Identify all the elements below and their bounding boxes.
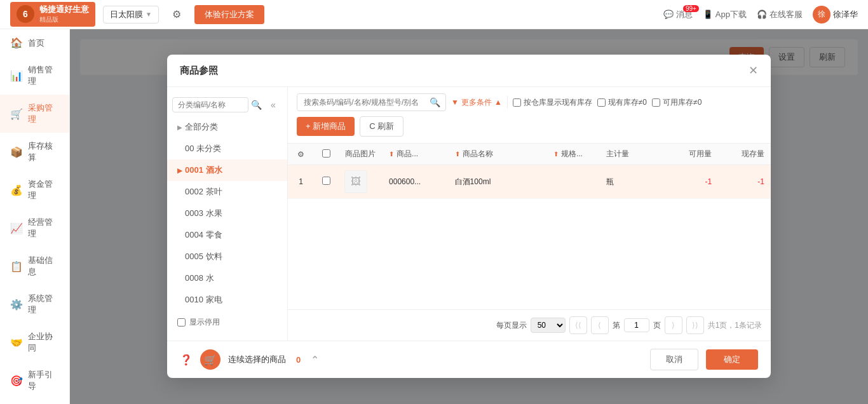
category-search-button[interactable]: 🔍 [251, 100, 262, 110]
col-header-settings[interactable]: ⚙ [288, 144, 314, 165]
show-disabled-label[interactable]: 显示停用 [177, 317, 277, 328]
store-selector[interactable]: 日太阳膜 ▼ [103, 6, 159, 24]
continuous-count: 0 [296, 355, 301, 365]
product-search-bar: 🔍 [297, 93, 446, 111]
topbar-right: 💬 消息 99+ 📱 App下载 🎧 在线客服 徐 徐泽华 [663, 6, 858, 24]
store-name: 日太阳膜 [110, 9, 143, 20]
sidebar-item-inventory[interactable]: 📦 库存核算 [0, 133, 69, 171]
per-page-select[interactable]: 10 20 50 100 [531, 318, 566, 333]
more-filters-button[interactable]: ▼ 更多条件 ▲ [451, 97, 502, 108]
sidebar-item-enterprise[interactable]: 🤝 企业协同 [0, 323, 69, 361]
last-page-button[interactable]: ⟩⟩ [686, 316, 704, 334]
category-item-uncategorized[interactable]: 00 未分类 [167, 138, 287, 159]
sidebar-item-operation[interactable]: 📈 经营管理 [0, 209, 69, 247]
user-button[interactable]: 徐 徐泽华 [813, 6, 858, 24]
product-stock: -1 [718, 165, 771, 199]
page-label: 第 [613, 320, 620, 331]
col-header-code[interactable]: ⬆ 商品... [383, 144, 449, 165]
continuous-label: 连续选择的商品 [228, 354, 286, 365]
category-label-beverages: 0005 饮料 [177, 251, 222, 262]
filter-icon: ▼ [451, 98, 459, 107]
cancel-button[interactable]: 取消 [650, 349, 698, 370]
row-checkbox[interactable] [322, 177, 330, 185]
show-disabled-checkbox[interactable] [177, 318, 186, 327]
current-stock-checkbox[interactable] [597, 98, 606, 107]
collapse-panel-button[interactable]: « [267, 98, 280, 111]
category-item-appliances[interactable]: 0010 家电 [167, 289, 287, 311]
category-footer: 显示停用 [167, 311, 287, 334]
sidebar-item-sales[interactable]: 📊 销售管理 [0, 57, 69, 95]
first-page-button[interactable]: ⟨⟨ [569, 316, 587, 334]
product-search-button[interactable]: 🔍 [424, 94, 445, 111]
category-item-water[interactable]: 0008 水 [167, 267, 287, 289]
category-item-beverages[interactable]: 0005 饮料 [167, 246, 287, 267]
sort-icon-code: ⬆ [389, 151, 394, 158]
refresh-button[interactable]: C 刷新 [360, 116, 403, 137]
headset-icon: 🎧 [757, 10, 767, 19]
row-num: 1 [288, 165, 314, 199]
category-item-snacks[interactable]: 0004 零食 [167, 224, 287, 246]
sidebar-label-basic: 基础信息 [28, 255, 59, 278]
collapse-footer-button[interactable]: ⌃ [311, 354, 319, 366]
category-label-liquor: 0001 酒水 [185, 165, 222, 176]
sidebar-item-guide[interactable]: 🎯 新手引导 [0, 361, 69, 400]
sidebar-label-purchase: 采购管理 [28, 102, 59, 125]
col-header-spec[interactable]: ⬆ 规格... [547, 144, 600, 165]
category-item-fruit[interactable]: 0003 水果 [167, 203, 287, 224]
available-stock-filter[interactable]: 可用库存≠0 [652, 97, 702, 108]
category-item-liquor[interactable]: ▶ 0001 酒水 [167, 159, 287, 181]
col-header-stock: 现存量 [718, 144, 771, 165]
product-spec [547, 165, 600, 199]
col-header-checkbox[interactable] [314, 144, 337, 165]
category-label-tea: 0002 茶叶 [177, 186, 222, 198]
available-stock-checkbox[interactable] [652, 98, 660, 107]
sidebar-label-finance: 资金管理 [28, 178, 59, 201]
warehouse-stock-checkbox[interactable] [513, 98, 521, 107]
sidebar-item-apps[interactable]: 📱 应用中心 [0, 400, 69, 404]
online-service-button[interactable]: 🎧 在线客服 [757, 9, 803, 20]
sales-icon: 📊 [10, 70, 23, 82]
operation-icon: 📈 [10, 222, 23, 234]
per-page-label: 每页显示 [496, 320, 527, 331]
add-product-button[interactable]: + 新增商品 [297, 117, 355, 136]
category-item-tea[interactable]: 0002 茶叶 [167, 181, 287, 203]
sidebar-item-system[interactable]: ⚙️ 系统管理 [0, 285, 69, 323]
category-label-fruit: 0003 水果 [177, 208, 222, 219]
settings-icon[interactable]: ⚙ [166, 4, 187, 25]
table-row[interactable]: 1 🖼 000600... 白酒100ml [288, 165, 771, 199]
category-item-all[interactable]: ▶ 全部分类 [167, 116, 287, 138]
next-page-button[interactable]: ⟩ [665, 316, 682, 334]
table-body: 1 🖼 000600... 白酒100ml [288, 165, 771, 199]
product-search-input[interactable] [297, 95, 424, 110]
cart-button[interactable]: 🛒 [200, 349, 220, 370]
col-header-image: 商品图片 [338, 144, 383, 165]
trial-button[interactable]: 体验行业方案 [194, 5, 264, 24]
category-panel: 🔍 « ▶ 全部分类 00 未分类 ▶ [167, 87, 288, 340]
current-stock-filter[interactable]: 现有库存≠0 [597, 97, 647, 108]
col-header-available: 可用量 [653, 144, 719, 165]
finance-icon: 💰 [10, 184, 23, 196]
modal-close-button[interactable]: ✕ [749, 64, 758, 77]
sidebar-label-inventory: 库存核算 [28, 140, 59, 163]
app-download-button[interactable]: 📱 App下载 [703, 9, 747, 20]
confirm-button[interactable]: 确定 [706, 349, 758, 370]
image-placeholder-icon: 🖼 [351, 176, 361, 187]
sidebar-item-basic[interactable]: 📋 基础信息 [0, 247, 69, 285]
sidebar-item-home[interactable]: 🏠 首页 [0, 29, 69, 57]
page-number-input[interactable] [624, 318, 649, 332]
layout: 🏠 首页 📊 销售管理 🛒 采购管理 📦 库存核算 💰 资金管理 📈 经营管理 … [0, 29, 868, 404]
warehouse-stock-filter[interactable]: 按仓库显示现有库存 [513, 97, 592, 108]
sidebar-label-enterprise: 企业协同 [28, 331, 59, 354]
col-header-name[interactable]: ⬆ 商品名称 [449, 144, 547, 165]
topbar: 6 畅捷通好生意 精品版 日太阳膜 ▼ ⚙ 体验行业方案 💬 消息 99+ 📱 … [0, 0, 868, 29]
product-table: ⚙ 商品图片 ⬆ 商品... [288, 144, 771, 199]
sidebar-item-finance[interactable]: 💰 资金管理 [0, 171, 69, 209]
prev-page-button[interactable]: ⟨ [591, 316, 609, 334]
select-all-checkbox[interactable] [322, 149, 330, 158]
category-search-input[interactable] [172, 97, 248, 112]
help-icon[interactable]: ❓ [180, 354, 193, 366]
modal-body: 🔍 « ▶ 全部分类 00 未分类 ▶ [167, 87, 771, 340]
sort-icon-spec: ⬆ [553, 151, 559, 158]
messages-button[interactable]: 💬 消息 99+ [663, 9, 693, 20]
sidebar-item-purchase[interactable]: 🛒 采购管理 [0, 95, 69, 133]
